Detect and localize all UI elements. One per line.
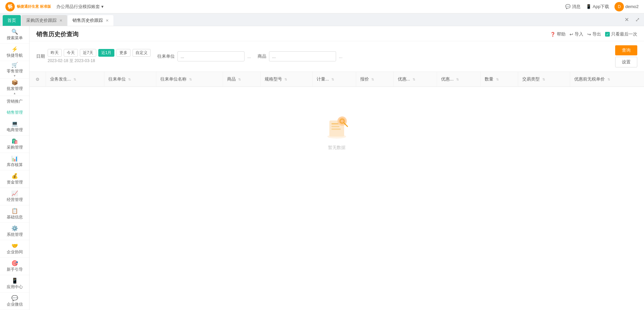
sidebar-item-sales-mgmt[interactable]: 销售管理 bbox=[0, 107, 29, 118]
table-col-unit[interactable]: 计量... ⇅ bbox=[312, 72, 356, 87]
partner-dots[interactable]: ... bbox=[247, 54, 251, 59]
operations-icon: 📈 bbox=[11, 190, 18, 197]
sidebar-item-enterprise[interactable]: 🤝 企业协同 bbox=[0, 240, 29, 258]
table-col-spec[interactable]: 规格型号 ⇅ bbox=[260, 72, 312, 87]
col-price-label: 报价 bbox=[360, 76, 369, 82]
only-last-label: 只看最后一次 bbox=[611, 31, 637, 37]
product-dots[interactable]: ... bbox=[339, 54, 342, 59]
sort-icon: ⇅ bbox=[189, 78, 192, 81]
settings-button[interactable]: 设置 bbox=[615, 57, 637, 67]
search-icon: 🔍 bbox=[11, 29, 18, 35]
table-col-discount1[interactable]: 优惠... ⇅ bbox=[393, 72, 437, 87]
export-button[interactable]: ↪ 导出 bbox=[587, 31, 601, 37]
sidebar-item-inventory[interactable]: 📊 库存核算 bbox=[0, 153, 29, 170]
sort-icon: ⇅ bbox=[73, 78, 76, 81]
import-icon: ↩ bbox=[570, 32, 573, 37]
basicinfo-icon: 📋 bbox=[11, 208, 18, 214]
close-all-tabs-button[interactable]: ✕ bbox=[623, 16, 631, 24]
product-input[interactable] bbox=[269, 51, 336, 61]
header-right: 💬 消息 📱 App下载 D demo2 bbox=[565, 2, 639, 11]
table-col-partner-code[interactable]: 往来单位 ⇅ bbox=[104, 72, 156, 87]
date-btn-yesterday[interactable]: 昨天 bbox=[48, 49, 62, 57]
checkbox-icon: ✓ bbox=[605, 32, 610, 37]
sort-icon: ⇅ bbox=[128, 78, 131, 81]
col-product-label: 商品 bbox=[227, 76, 236, 82]
sidebar-wechat-label: 企业微信 bbox=[7, 302, 23, 307]
sales-tab-close[interactable]: ✕ bbox=[106, 18, 109, 23]
date-btn-custom[interactable]: 自定义 bbox=[132, 49, 151, 57]
sort-icon: ⇅ bbox=[496, 78, 499, 81]
sidebar-retail-label: 零售管理 bbox=[7, 69, 23, 74]
content-area: 销售历史价查询 ❓ 帮助 ↩ 导入 ↪ 导出 ✓ 只看最后一次 bbox=[30, 26, 644, 310]
purchase-tab-close[interactable]: ✕ bbox=[59, 18, 62, 23]
sidebar-item-quick-nav[interactable]: ⚡ 快捷导航 bbox=[0, 44, 29, 61]
purchase-icon: 🛍️ bbox=[11, 138, 18, 144]
filter-actions: 查询 设置 bbox=[615, 45, 637, 67]
partner-input[interactable] bbox=[177, 51, 245, 61]
export-label: 导出 bbox=[592, 31, 601, 37]
help-button[interactable]: ❓ 帮助 bbox=[550, 31, 566, 37]
search-button[interactable]: 查询 bbox=[615, 45, 637, 55]
date-btn-more[interactable]: 更多 bbox=[116, 49, 130, 57]
sidebar-item-operations[interactable]: 📈 经营管理 bbox=[0, 188, 29, 205]
app-download-button[interactable]: 📱 App下载 bbox=[586, 4, 609, 10]
sidebar-operations-label: 经营管理 bbox=[7, 197, 23, 203]
sidebar-item-search-menu[interactable]: 🔍 搜索菜单 bbox=[0, 26, 29, 44]
sidebar-item-wholesale[interactable]: 📦 批发管理 ▴ bbox=[0, 79, 29, 96]
table-col-quantity[interactable]: 数量 ⇅ bbox=[481, 72, 518, 87]
sort-icon: ⇅ bbox=[284, 78, 287, 81]
only-last-checkbox[interactable]: ✓ 只看最后一次 bbox=[605, 31, 637, 37]
message-button[interactable]: 💬 消息 bbox=[565, 4, 581, 10]
table-col-biz-date[interactable]: 业务发生... ⇅ bbox=[46, 72, 104, 87]
tab-bar-actions: ✕ ⤢ bbox=[623, 16, 641, 24]
tab-purchase-history[interactable]: 采购历史价跟踪 ✕ bbox=[21, 15, 67, 26]
sidebar-item-retail[interactable]: 🛒 零售管理 ▾ bbox=[0, 61, 29, 79]
sidebar-salesmgmt-label: 销售管理 bbox=[4, 110, 25, 115]
sidebar-basicinfo-label: 基础信息 bbox=[7, 215, 23, 220]
sidebar-item-guide[interactable]: 🎯 新手引导 bbox=[0, 258, 29, 275]
app-selector[interactable]: 办公用品行业模拟账套 ▾ bbox=[54, 2, 106, 11]
sidebar-marketing-label: 营销推广 bbox=[4, 99, 25, 104]
appcenter-icon: 📱 bbox=[11, 277, 18, 284]
username: demo2 bbox=[625, 4, 639, 9]
ecommerce-icon: 💻 bbox=[11, 120, 18, 127]
date-range-text: 2023-02-18 至 2023-03-18 bbox=[48, 58, 151, 64]
sidebar-item-app-center[interactable]: 📱 应用中心 bbox=[0, 275, 29, 293]
partner-filter-group: 往来单位 ... bbox=[157, 51, 251, 61]
date-btn-last7days[interactable]: 近7天 bbox=[80, 49, 96, 57]
sort-icon: ⇅ bbox=[456, 78, 459, 81]
sidebar-item-marketing[interactable]: 营销推广 bbox=[0, 96, 29, 107]
date-btn-last1month[interactable]: 近1月 bbox=[98, 49, 115, 57]
table-settings-icon[interactable]: ⚙ bbox=[34, 75, 42, 83]
maximize-button[interactable]: ⤢ bbox=[633, 16, 641, 24]
col-partner-code-label: 往来单位 bbox=[108, 76, 126, 82]
svg-rect-4 bbox=[331, 128, 341, 130]
import-button[interactable]: ↩ 导入 bbox=[570, 31, 583, 37]
table-col-pretax-price[interactable]: 优惠前无税单价 ⇅ bbox=[570, 72, 644, 87]
tab-home[interactable]: 首页 bbox=[3, 15, 21, 26]
date-btn-today[interactable]: 今天 bbox=[64, 49, 78, 57]
sidebar-item-purchase[interactable]: 🛍️ 采购管理 bbox=[0, 136, 29, 153]
table-col-trade-type[interactable]: 交易类型 ⇅ bbox=[518, 72, 570, 87]
retail-icon: 🛒 bbox=[11, 62, 18, 68]
inventory-icon: 📊 bbox=[11, 155, 18, 162]
sidebar-item-basic-info[interactable]: 📋 基础信息 bbox=[0, 205, 29, 223]
table-col-partner-name[interactable]: 往来单位名称 ⇅ bbox=[156, 72, 223, 87]
download-icon: 📱 bbox=[586, 4, 591, 9]
sidebar-item-finance[interactable]: 💰 资金管理 bbox=[0, 170, 29, 188]
user-menu[interactable]: D demo2 bbox=[614, 2, 639, 11]
table-col-product[interactable]: 商品 ⇅ bbox=[223, 72, 260, 87]
sidebar-appcenter-label: 应用中心 bbox=[7, 285, 23, 290]
app-download-label: App下载 bbox=[593, 4, 609, 10]
sidebar-item-wechat[interactable]: 💬 企业微信 bbox=[0, 293, 29, 310]
sidebar-ecommerce-label: 电商管理 bbox=[7, 127, 23, 133]
table-col-discount2[interactable]: 优惠... ⇅ bbox=[437, 72, 481, 87]
sidebar-item-ecommerce[interactable]: 💻 电商管理 bbox=[0, 118, 29, 136]
sidebar-item-system[interactable]: ⚙️ 系统管理 bbox=[0, 223, 29, 240]
top-header: 畅 畅捷通好生意 标准版 办公用品行业模拟账套 ▾ 💬 消息 📱 App下载 D… bbox=[0, 0, 644, 13]
tab-sales-history[interactable]: 销售历史价跟踪 ✕ bbox=[68, 15, 113, 26]
sort-icon: ⇅ bbox=[413, 78, 415, 81]
table-col-price[interactable]: 报价 ⇅ bbox=[356, 72, 393, 87]
avatar: D bbox=[614, 2, 624, 11]
sidebar-quicknav-label: 快捷导航 bbox=[7, 53, 23, 58]
